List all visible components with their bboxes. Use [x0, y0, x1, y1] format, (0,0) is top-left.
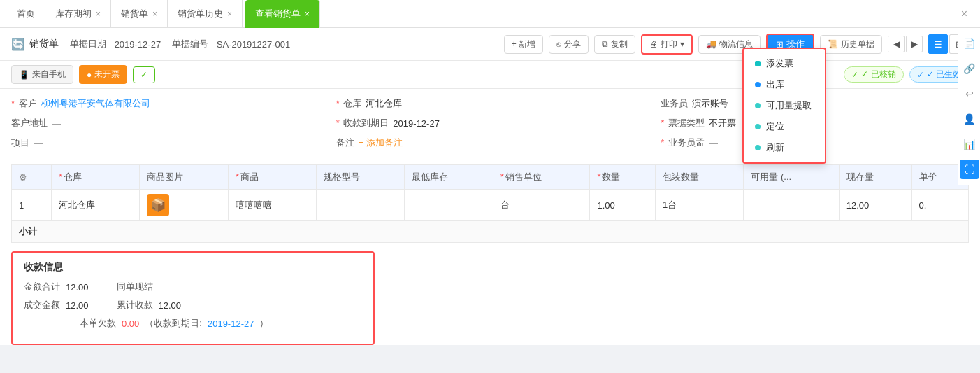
tab-bar-close-all[interactable]: ×	[956, 8, 973, 20]
sidebar-user-icon[interactable]: 👤	[960, 109, 979, 129]
table-row: 1 河北仓库 📦 嘻嘻嘻嘻 台 1.00 1台	[12, 190, 969, 221]
cell-unit-price: 0.	[911, 190, 968, 221]
gear-icon[interactable]: ⚙	[19, 172, 27, 183]
copy-icon: ⧉	[602, 39, 608, 49]
not-opened-button[interactable]: ● 未开票	[79, 65, 127, 84]
nav-arrows: ◀ ▶	[888, 36, 923, 52]
cell-spec	[317, 190, 405, 221]
payment-row-1: 金额合计 12.00 同单现结 —	[24, 281, 362, 293]
cumulative-collection-item: 累计收款 12.00	[117, 299, 182, 311]
table-header-row: ⚙ *仓库 商品图片 *商品 规格型号 最低库存 *销售单位 *数量 包装数量 …	[12, 165, 969, 190]
effective-check-icon: ✓	[917, 70, 924, 80]
same-order-item: 同单现结 —	[117, 281, 168, 293]
copy-button[interactable]: ⧉ 复制	[594, 35, 635, 54]
from-phone-button[interactable]: 📱 来自手机	[11, 65, 73, 84]
this-order-debt-item: 本单欠款 0.00 （收款到期日: 2019-12-27 ）	[80, 317, 268, 330]
customer-value[interactable]: 柳州粤港平安气体有限公司	[41, 97, 150, 110]
refresh-icon	[755, 145, 761, 150]
col-min-stock: 最低库存	[405, 165, 493, 190]
tab-sales-order[interactable]: 销货单 ×	[111, 0, 168, 28]
list-view-button[interactable]: ☰	[928, 34, 948, 54]
action-right: ✓ ✓ 已核销 ✓ ✓ 已生效	[844, 66, 969, 83]
tab-inventory-init[interactable]: 库存期初 ×	[45, 0, 111, 28]
new-button[interactable]: + 新增	[504, 35, 543, 54]
sidebar-chart-icon[interactable]: 📊	[960, 134, 979, 154]
col-sales-unit: *销售单位	[493, 165, 590, 190]
sidebar-return-icon[interactable]: ↩	[960, 84, 979, 104]
col-current-stock: 现存量	[839, 165, 911, 190]
business-value: —	[709, 138, 718, 148]
tab-home[interactable]: 首页	[7, 0, 45, 28]
tab-sales-history[interactable]: 销货单历史 ×	[168, 0, 243, 28]
tab-sales-history-close[interactable]: ×	[227, 9, 232, 19]
col-available: 可用量 (...	[744, 165, 839, 190]
sidebar-expand-icon[interactable]: ⛶	[960, 160, 979, 179]
transaction-amount-value: 12.00	[66, 300, 89, 311]
action-left: 📱 来自手机 ● 未开票 ✓	[11, 65, 155, 84]
payment-row-3: 本单欠款 0.00 （收款到期日: 2019-12-27 ）	[24, 317, 362, 330]
doc-date-label: 单据日期 2019-12-27	[70, 38, 161, 50]
payment-date-value: 2019-12-27	[393, 118, 440, 129]
col-product: *商品	[228, 165, 316, 190]
dropdown-item-locate[interactable]: 定位	[744, 116, 825, 137]
dropdown-item-invoice[interactable]: 添发票	[744, 53, 825, 74]
address-field: 客户地址 —	[11, 117, 319, 129]
print-button[interactable]: 🖨 打印 ▾	[641, 34, 693, 55]
ticket-type-value: 不开票	[709, 117, 736, 129]
sold-check-icon: ✓	[851, 70, 858, 80]
doc-number-value: SA-20191227-001	[217, 39, 291, 50]
tab-view-sales[interactable]: 查看销货单 ×	[245, 0, 320, 28]
project-value: —	[34, 138, 43, 148]
scroll-container[interactable]: ⚙ *仓库 商品图片 *商品 规格型号 最低库存 *销售单位 *数量 包装数量 …	[11, 164, 969, 243]
right-sidebar: 📄 🔗 ↩ 👤 📊 ⛶	[958, 28, 980, 185]
phone-icon: 📱	[19, 70, 29, 80]
prev-arrow[interactable]: ◀	[888, 36, 905, 52]
cell-sales-unit: 台	[493, 190, 590, 221]
doc-date-value: 2019-12-27	[115, 39, 161, 50]
next-arrow[interactable]: ▶	[906, 36, 923, 52]
customer-field: * 客户 柳州粤港平安气体有限公司	[11, 97, 319, 110]
col-pack-qty: 包装数量	[655, 165, 743, 190]
toolbar: + 新增 ⎋ 分享 ⧉ 复制 🖨 打印 ▾ 🚚 物流信息	[504, 34, 969, 55]
tab-view-sales-close[interactable]: ×	[305, 9, 310, 19]
cell-index: 1	[12, 190, 52, 221]
print-icon: 🖨	[649, 39, 658, 49]
product-image: 📦	[147, 194, 169, 216]
sidebar-doc-icon[interactable]: 📄	[960, 34, 979, 53]
invoice-icon	[755, 61, 761, 66]
outbound-icon	[755, 82, 761, 87]
col-settings[interactable]: ⚙	[12, 165, 52, 190]
print-dropdown-arrow: ▾	[680, 39, 684, 49]
address-value: —	[52, 118, 61, 129]
dropdown-item-available[interactable]: 可用量提取	[744, 95, 825, 116]
share-icon: ⎋	[556, 40, 561, 48]
locate-icon	[755, 124, 761, 129]
cumulative-collection-value: 12.00	[159, 300, 182, 311]
doc-icon: 🔄	[11, 38, 25, 51]
data-table: ⚙ *仓库 商品图片 *商品 规格型号 最低库存 *销售单位 *数量 包装数量 …	[11, 164, 969, 243]
payment-row-2: 成交金额 12.00 累计收款 12.00	[24, 299, 362, 311]
share-button[interactable]: ⎋ 分享	[549, 35, 589, 54]
history-icon: 📜	[828, 39, 838, 49]
available-icon	[755, 103, 761, 108]
cell-pack-qty: 1台	[655, 190, 743, 221]
cell-quantity: 1.00	[590, 190, 656, 221]
total-amount-value: 12.00	[66, 282, 89, 293]
subtotal-label: 小计	[12, 221, 969, 243]
history-button[interactable]: 📜 历史单据	[820, 35, 882, 54]
warehouse-field: * 仓库 河北仓库	[336, 97, 644, 110]
add-remark-button[interactable]: + 添加备注	[359, 136, 403, 149]
tab-inventory-init-close[interactable]: ×	[96, 9, 101, 19]
doc-number-label: 单据编号 SA-20191227-001	[172, 38, 290, 50]
dropdown-item-refresh[interactable]: 刷新	[744, 137, 825, 158]
warehouse-value: 河北仓库	[366, 97, 402, 110]
transaction-amount-item: 成交金额 12.00	[24, 299, 89, 311]
tab-sales-order-close[interactable]: ×	[152, 9, 157, 19]
cell-min-stock	[405, 190, 493, 221]
dropdown-item-outbound[interactable]: 出库	[744, 74, 825, 95]
table-container: ⚙ *仓库 商品图片 *商品 规格型号 最低库存 *销售单位 *数量 包装数量 …	[0, 164, 980, 243]
check-button[interactable]: ✓	[133, 66, 155, 83]
cell-current-stock: 12.00	[839, 190, 911, 221]
sidebar-link-icon[interactable]: 🔗	[960, 59, 979, 78]
project-field: 项目 —	[11, 136, 319, 149]
